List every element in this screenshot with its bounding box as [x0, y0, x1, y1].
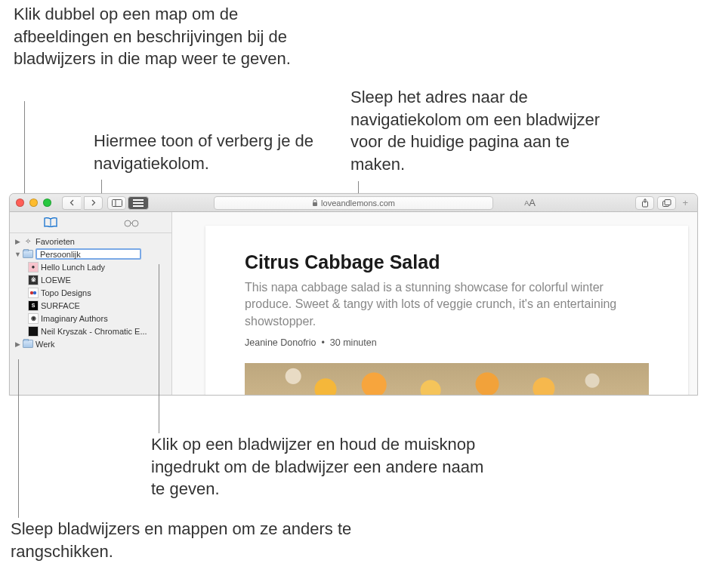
svg-point-9	[30, 291, 33, 294]
article-description: This napa cabbage salad is a stunning sh…	[245, 279, 649, 330]
svg-point-10	[33, 291, 36, 294]
callout-drag-address: Sleep het adres naar de navigatiekolom o…	[350, 86, 615, 176]
svg-point-8	[132, 220, 138, 226]
callout-drag-reorder: Sleep bladwijzers en mappen om ze anders…	[11, 518, 358, 562]
callout-doubleclick-folder: Klik dubbel op een map om de afbeeldinge…	[14, 3, 301, 70]
reading-list-tab[interactable]	[91, 212, 171, 232]
text-size-button[interactable]: AA	[524, 196, 536, 210]
bookmark-label: Neil Kryszak - Chromatic E...	[41, 327, 171, 336]
article-author: Jeanine Donofrio	[245, 337, 316, 348]
window-controls	[16, 199, 51, 207]
bookmark-label: LOEWE	[41, 276, 171, 285]
lock-icon	[312, 199, 318, 207]
folder-icon	[23, 339, 33, 349]
svg-rect-2	[313, 202, 317, 206]
bookmark-item[interactable]: Topo Designs	[10, 286, 171, 299]
new-tab-button[interactable]: +	[679, 197, 691, 208]
titlebar: loveandlemons.com AA +	[10, 194, 697, 212]
bookmark-label: Imaginary Authors	[41, 314, 171, 323]
site-icon	[28, 288, 39, 298]
glasses-icon	[123, 218, 140, 227]
bookmarks-list: ▶ ✧ Favorieten ▼ Persoonlijk ● Hello Lun…	[10, 233, 171, 350]
forward-button[interactable]	[84, 196, 103, 210]
close-button[interactable]	[16, 199, 24, 207]
bookmark-item[interactable]: ◉ Imaginary Authors	[10, 312, 171, 325]
personal-folder-selected[interactable]: ▼ Persoonlijk	[10, 248, 171, 260]
book-icon	[44, 217, 57, 227]
back-button[interactable]	[62, 196, 81, 210]
reader-icon	[133, 199, 144, 207]
site-icon: ◉	[28, 313, 39, 324]
article-readtime: 30 minuten	[330, 337, 377, 348]
address-text: loveandlemons.com	[321, 199, 395, 208]
callout-line	[18, 359, 19, 518]
site-icon	[28, 326, 39, 337]
article-title: Citrus Cabbage Salad	[245, 251, 649, 273]
bookmark-label: Topo Designs	[41, 288, 171, 297]
sidebar-toggle-button[interactable]	[107, 196, 126, 210]
folder-label-editing[interactable]: Persoonlijk	[40, 250, 137, 259]
bookmark-label: SURFACE	[41, 301, 171, 310]
folder-icon	[23, 249, 33, 260]
work-folder[interactable]: ▶ Werk	[10, 337, 171, 350]
svg-rect-5	[665, 199, 671, 205]
site-icon: ●	[28, 262, 39, 272]
bookmark-item[interactable]: ※ LOEWE	[10, 273, 171, 286]
reader-button[interactable]	[128, 196, 149, 210]
favorites-folder[interactable]: ▶ ✧ Favorieten	[10, 235, 171, 248]
share-icon	[641, 199, 649, 208]
minimize-button[interactable]	[29, 199, 38, 207]
chevron-right-icon	[91, 199, 96, 206]
callout-line	[159, 264, 159, 433]
callout-rename-bookmark: Klik op een bladwijzer en houd de muiskn…	[151, 433, 499, 500]
bookmark-item[interactable]: S SURFACE	[10, 299, 171, 312]
tabs-icon	[662, 199, 671, 207]
safari-window: loveandlemons.com AA +	[9, 193, 698, 396]
article-hero-image	[245, 363, 649, 395]
byline-separator: •	[321, 337, 324, 348]
sidebar-icon	[112, 199, 122, 207]
article-byline: Jeanine Donofrio • 30 minuten	[245, 337, 649, 348]
folder-label: Favorieten	[36, 237, 171, 246]
share-button[interactable]	[635, 196, 654, 210]
reader-article: Citrus Cabbage Salad This napa cabbage s…	[205, 226, 688, 395]
bookmark-item[interactable]: ● Hello Lunch Lady	[10, 260, 171, 273]
sidebar-tabs	[10, 212, 171, 233]
bookmark-item[interactable]: Neil Kryszak - Chromatic E...	[10, 325, 171, 337]
zoom-button[interactable]	[43, 199, 51, 207]
svg-rect-0	[112, 199, 122, 206]
bookmarks-sidebar: ▶ ✧ Favorieten ▼ Persoonlijk ● Hello Lun…	[10, 212, 172, 395]
chevron-left-icon	[69, 199, 75, 206]
content-area: Citrus Cabbage Salad This napa cabbage s…	[172, 212, 697, 395]
folder-label: Werk	[36, 340, 171, 349]
callout-toggle-sidebar: Hiermee toon of verberg je de navigatiek…	[94, 130, 381, 174]
tabs-button[interactable]	[657, 196, 676, 210]
star-icon: ✧	[23, 236, 33, 247]
bookmark-label: Hello Lunch Lady	[41, 263, 171, 272]
site-icon: S	[28, 300, 39, 311]
address-bar[interactable]: loveandlemons.com	[214, 196, 493, 210]
svg-point-7	[125, 220, 131, 226]
bookmarks-tab[interactable]	[10, 212, 91, 232]
site-icon: ※	[28, 275, 39, 285]
